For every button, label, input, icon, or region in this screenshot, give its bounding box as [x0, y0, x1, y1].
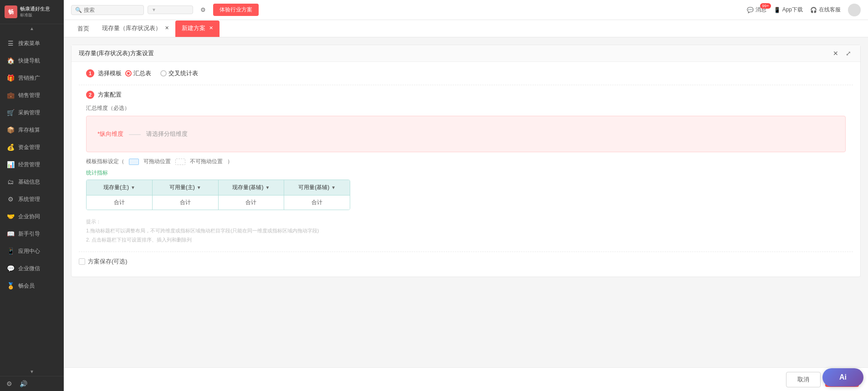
- sidebar-item-label: 新手引导: [18, 230, 40, 238]
- stats-col-1[interactable]: 现存量(主) ▼: [87, 180, 153, 195]
- stats-col-2-label: 可用量(主): [169, 184, 195, 191]
- sidebar-item-sales[interactable]: 💼 销售管理: [0, 87, 64, 104]
- content-area: 现存量(库存状况表)方案设置 ✕ ⤢ 1 选择模板 汇总表: [64, 37, 868, 367]
- sidebar-item-marketing[interactable]: 🎁 营销推广: [0, 69, 64, 87]
- expand-panel-button[interactable]: ⤢: [844, 49, 853, 58]
- app-version: 标准版: [20, 12, 50, 18]
- sidebar-item-member[interactable]: 🏅 畅会员: [0, 277, 64, 294]
- wechat-icon: 💬: [6, 264, 15, 273]
- stats-table-header: 现存量(主) ▼ 可用量(主) ▼ 现存量(基辅) ▼: [87, 180, 350, 195]
- sidebar-item-wechat[interactable]: 💬 企业微信: [0, 260, 64, 277]
- bottom-bar: 取消 查询: [64, 367, 868, 391]
- app-download-item[interactable]: 📱 App下载: [774, 6, 803, 14]
- sidebar-item-system[interactable]: ⚙ 系统管理: [0, 190, 64, 208]
- radio-cross[interactable]: 交叉统计表: [160, 69, 198, 77]
- close-panel-button[interactable]: ✕: [831, 49, 840, 58]
- indicator-fixed-label: 不可拖动位置: [190, 158, 223, 165]
- sidebar-item-label: 资金管理: [18, 144, 40, 151]
- step1-header: 1 选择模板 汇总表 交叉统计表: [86, 69, 846, 77]
- gear-button[interactable]: ⚙: [197, 4, 209, 16]
- dimension-placeholder: *纵向维度 —— 请选择分组维度: [97, 130, 188, 138]
- sidebar-item-purchase[interactable]: 🛒 采购管理: [0, 104, 64, 121]
- template-radio-group: 汇总表 交叉统计表: [125, 69, 198, 77]
- sidebar-item-appstore[interactable]: 📱 应用中心: [0, 242, 64, 260]
- stats-col-4[interactable]: 可用量(基辅) ▼: [284, 180, 350, 195]
- sidebar-item-search[interactable]: ☰ 搜索菜单: [0, 35, 64, 52]
- save-checkbox[interactable]: [79, 258, 85, 265]
- stats-table: 现存量(主) ▼ 可用量(主) ▼ 现存量(基辅) ▼: [86, 180, 350, 210]
- cancel-button[interactable]: 取消: [786, 372, 821, 387]
- stats-cell-1-2: 合计: [153, 196, 219, 210]
- radio-summary[interactable]: 汇总表: [125, 69, 151, 77]
- newbie-icon: 📖: [6, 230, 15, 238]
- topbar-dropdown[interactable]: ▼: [148, 5, 193, 14]
- messages-item[interactable]: 💬 消息 99+: [747, 6, 766, 14]
- stats-col-3-label: 现存量(基辅): [232, 184, 263, 191]
- app-name: 畅康通好生意: [20, 5, 50, 12]
- sidebar-item-label: 畅会员: [18, 282, 35, 290]
- sidebar-item-inventory[interactable]: 📦 库存核算: [0, 121, 64, 139]
- radio-summary-label: 汇总表: [133, 69, 151, 77]
- ai-fab-label: Ai: [839, 373, 847, 381]
- radio-cross-circle: [160, 70, 167, 77]
- indicator-close-text: ）: [227, 158, 233, 165]
- coop-icon: 🤝: [6, 212, 15, 221]
- sidebar-logo: 畅 畅康通好生意 标准版: [0, 0, 64, 24]
- sidebar-item-coop[interactable]: 🤝 企业协同: [0, 208, 64, 225]
- radio-summary-circle: [125, 70, 132, 77]
- search-input[interactable]: [84, 7, 129, 13]
- tab-new-plan[interactable]: 新建方案 ✕: [175, 21, 220, 37]
- logo-text-block: 畅康通好生意 标准版: [20, 5, 50, 18]
- sidebar-item-label: 经营管理: [18, 161, 40, 169]
- stats-col-3[interactable]: 现存量(基辅) ▼: [219, 180, 285, 195]
- save-option-label: 方案保存(可选): [88, 257, 128, 266]
- sidebar-bottom: ⚙ 🔊: [0, 376, 64, 391]
- tabs-bar: 首页 现存量（库存状况表） ✕ 新建方案 ✕: [64, 20, 868, 37]
- user-avatar[interactable]: [848, 4, 861, 16]
- stats-col-4-label: 可用量(基辅): [298, 184, 329, 191]
- chevron-down-icon-3: ▼: [265, 185, 270, 190]
- dimension-label: 汇总维度（必选）: [86, 104, 846, 112]
- logo-icon: 畅: [5, 5, 17, 18]
- inventory-icon: 📦: [6, 126, 15, 134]
- tab-new-plan-close[interactable]: ✕: [209, 25, 213, 31]
- basic-icon: 🗂: [6, 178, 15, 186]
- dimension-box[interactable]: *纵向维度 —— 请选择分组维度: [86, 116, 846, 152]
- step1-section: 1 选择模板 汇总表 交叉统计表: [86, 69, 846, 77]
- settings-bottom-icon[interactable]: ⚙: [6, 380, 12, 387]
- sidebar-nav: ☰ 搜索菜单 🏠 快捷导航 🎁 营销推广 💼 销售管理 🛒 采购管理 📦 库存核…: [0, 33, 64, 367]
- radio-cross-label: 交叉统计表: [168, 69, 198, 77]
- step1-label: 选择模板: [98, 69, 122, 77]
- trial-button[interactable]: 体验行业方案: [213, 4, 259, 16]
- system-icon: ⚙: [6, 195, 15, 203]
- sidebar-item-shortcut[interactable]: 🏠 快捷导航: [0, 52, 64, 69]
- topbar-right: 💬 消息 99+ 📱 App下载 🎧 在线客服: [747, 4, 861, 16]
- tab-inventory-status[interactable]: 现存量（库存状况表） ✕: [96, 21, 175, 37]
- sound-bottom-icon[interactable]: 🔊: [20, 380, 27, 387]
- topbar-search-box[interactable]: 🔍: [71, 5, 144, 15]
- stats-col-2[interactable]: 可用量(主) ▼: [153, 180, 219, 195]
- dimension-hint: 请选择分组维度: [146, 130, 188, 138]
- search-menu-icon: ☰: [6, 39, 15, 47]
- sidebar-item-label: 基础信息: [18, 178, 40, 186]
- panel-controls: ✕ ⤢: [831, 49, 853, 58]
- sidebar-item-label: 搜索菜单: [18, 40, 40, 47]
- dimension-required: *纵向维度: [97, 130, 123, 138]
- sidebar-item-operation[interactable]: 📊 经营管理: [0, 156, 64, 173]
- sidebar-item-basic[interactable]: 🗂 基础信息: [0, 173, 64, 190]
- topbar-left: 🔍 ▼ ⚙ 体验行业方案: [71, 4, 742, 16]
- sidebar-item-newbie[interactable]: 📖 新手引导: [0, 225, 64, 242]
- fixed-indicator-box: [175, 159, 185, 165]
- sidebar-item-finance[interactable]: 💰 资金管理: [0, 139, 64, 156]
- ai-fab-button[interactable]: Ai: [822, 368, 863, 386]
- online-service-item[interactable]: 🎧 在线客服: [810, 6, 841, 14]
- draggable-indicator-box: [129, 159, 139, 165]
- scroll-down-arrow[interactable]: ▼: [0, 367, 64, 376]
- sidebar-item-label: 快捷导航: [18, 57, 40, 65]
- tab-new-plan-label: 新建方案: [182, 24, 205, 32]
- scroll-up-arrow[interactable]: ▲: [0, 24, 64, 33]
- tab-home[interactable]: 首页: [71, 21, 96, 36]
- member-icon: 🏅: [6, 282, 15, 290]
- headset-icon: 🎧: [810, 7, 817, 13]
- tab-inventory-close[interactable]: ✕: [165, 25, 169, 31]
